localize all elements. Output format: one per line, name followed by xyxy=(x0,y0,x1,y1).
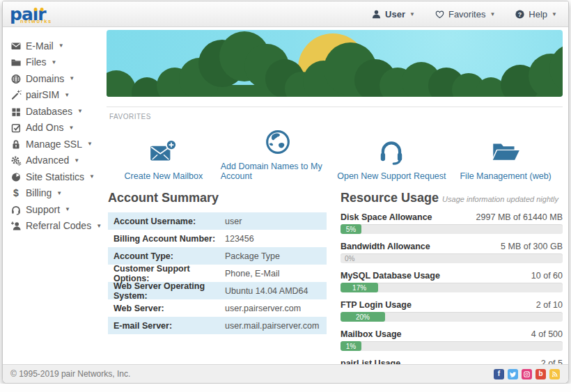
progress-fill: 0% xyxy=(341,253,563,263)
shortcut-create-new-mailbox[interactable]: Create New Mailbox xyxy=(107,129,221,181)
sidebar-item-label: Site Statistics xyxy=(26,171,84,182)
chevron-down-icon: ▼ xyxy=(89,173,95,180)
sidebar-item-referral-codes[interactable]: Referral Codes▼ xyxy=(10,218,104,235)
progress-track: 20% xyxy=(341,312,563,322)
chevron-down-icon: ▼ xyxy=(69,75,75,81)
instagram-icon[interactable] xyxy=(522,369,532,379)
heart-icon xyxy=(435,9,445,19)
sidebar-item-label: pairSIM xyxy=(26,89,59,100)
shortcut-file-management[interactable]: File Management (web) xyxy=(448,129,563,181)
favorites-menu[interactable]: Favorites ▼ xyxy=(435,9,495,19)
shortcut-add-domain-names[interactable]: Add Domain Names to My Account xyxy=(221,129,335,181)
sidebar-item-label: Domains xyxy=(26,73,64,84)
help-menu[interactable]: ? Help ▼ xyxy=(515,9,557,19)
lock-icon xyxy=(10,139,22,150)
sidebar-item-billing[interactable]: $ Billing▼ xyxy=(10,185,104,202)
shortcut-label: Open New Support Request xyxy=(337,171,446,181)
row-value: Ubuntu 14.04 AMD64 xyxy=(225,286,308,296)
meter-value: 5 MB of 300 GB xyxy=(501,242,563,251)
twitter-icon[interactable] xyxy=(508,369,518,379)
progress-fill: 20% xyxy=(341,312,385,322)
row-value: Phone, E-Mail xyxy=(225,269,280,279)
user-menu[interactable]: User ▼ xyxy=(371,9,415,19)
chevron-down-icon: ▼ xyxy=(56,190,62,196)
pair-networks-logo[interactable]: paır networks xyxy=(10,8,52,24)
progress-fill: 5% xyxy=(341,224,361,234)
row-label: Billing Account Number: xyxy=(108,234,225,244)
grid-icon xyxy=(10,106,22,117)
sidebar-item-email[interactable]: E-Mail▼ xyxy=(10,38,104,54)
person-plus-icon xyxy=(10,220,22,231)
chevron-down-icon: ▼ xyxy=(490,11,495,17)
social-links: f b xyxy=(494,369,560,379)
shortcut-label: File Management (web) xyxy=(460,171,551,181)
globe-icon xyxy=(10,73,22,84)
meter-bandwidth: Bandwidth Allowance5 MB of 300 GB 0% xyxy=(341,242,563,263)
favorites-shortcuts: Create New Mailbox Add Domain Names to M… xyxy=(107,129,563,181)
resource-usage-subtitle: Usage information updated nightly xyxy=(442,195,558,203)
shortcut-label: Add Domain Names to My Account xyxy=(221,162,335,181)
resource-usage-title: Resource UsageUsage information updated … xyxy=(341,191,563,205)
sidebar-item-support[interactable]: Support▼ xyxy=(10,201,104,218)
footer: © 1995-2019 pair Networks, Inc. f b xyxy=(3,364,568,383)
table-row: Customer Support Options: Phone, E-Mail xyxy=(108,265,327,282)
meter-ftp: FTP Login Usage2 of 10 20% xyxy=(341,300,563,322)
sidebar-item-site-statistics[interactable]: Site Statistics▼ xyxy=(10,168,104,185)
progress-fill: 17% xyxy=(341,283,378,292)
sidebar-item-label: Support xyxy=(26,204,60,215)
meter-value: 2997 MB of 61440 MB xyxy=(476,212,563,222)
account-summary-table: Account Username: user Billing Account N… xyxy=(108,212,327,334)
meter-disk-space: Disk Space Allowance2997 MB of 61440 MB … xyxy=(341,212,563,234)
sidebar-item-manage-ssl[interactable]: Manage SSL▼ xyxy=(10,136,104,152)
sidebar-item-label: E-Mail xyxy=(26,40,54,52)
top-header: paır networks User ▼ Favorites ▼ ? Help … xyxy=(3,1,568,27)
facebook-icon[interactable]: f xyxy=(494,369,504,379)
meter-label: Disk Space Allowance xyxy=(341,212,432,222)
sidebar-item-label: Billing xyxy=(26,187,52,198)
blog-icon[interactable]: b xyxy=(535,369,546,379)
logo-dot-i xyxy=(33,8,37,11)
meter-label: FTP Login Usage xyxy=(341,300,412,310)
help-icon: ? xyxy=(515,9,525,19)
sidebar-nav: E-Mail▼ Files▼ Domains▼ pairSIM▼ Databas… xyxy=(3,27,104,364)
table-row: Account Username: user xyxy=(108,212,327,230)
row-value: 123456 xyxy=(225,234,254,244)
svg-text:?: ? xyxy=(518,10,522,17)
resource-usage-section: Resource UsageUsage information updated … xyxy=(341,189,563,364)
section-divider xyxy=(107,107,563,107)
help-menu-label: Help xyxy=(529,9,547,19)
banner-illustration xyxy=(107,30,563,97)
meter-mysql: MySQL Database Usage10 of 60 17% xyxy=(341,271,563,292)
pie-chart-icon xyxy=(10,171,22,182)
chevron-down-icon: ▼ xyxy=(64,92,70,98)
headset-icon xyxy=(10,204,22,215)
progress-track: 5% xyxy=(341,224,563,234)
chevron-down-icon: ▼ xyxy=(77,108,83,114)
sidebar-item-label: Add Ons xyxy=(26,122,63,133)
copyright-text: © 1995-2019 pair Networks, Inc. xyxy=(10,369,130,379)
shortcut-label: Create New Mailbox xyxy=(125,171,203,181)
user-menu-label: User xyxy=(385,9,405,19)
chevron-down-icon: ▼ xyxy=(52,59,57,65)
row-label: Web Server Operating System: xyxy=(108,281,225,301)
main-content: FAVORITES Create New Mailbox xyxy=(104,27,568,364)
meter-value: 2 of 10 xyxy=(536,300,563,310)
globe-icon xyxy=(265,129,291,155)
sidebar-item-pairsim[interactable]: pairSIM▼ xyxy=(10,87,104,104)
meter-label: Bandwidth Allowance xyxy=(341,242,430,251)
sidebar-item-addons[interactable]: Add Ons▼ xyxy=(10,120,104,136)
svg-text:$: $ xyxy=(13,187,19,198)
sidebar-item-domains[interactable]: Domains▼ xyxy=(10,70,104,87)
chevron-down-icon: ▼ xyxy=(87,141,93,147)
progress-fill: 1% xyxy=(341,341,361,351)
row-value: user xyxy=(225,217,242,226)
sidebar-item-advanced[interactable]: Advanced▼ xyxy=(10,152,104,169)
row-label: Web Server: xyxy=(108,304,225,313)
sidebar-item-databases[interactable]: Databases▼ xyxy=(10,103,104,120)
meter-value: 10 of 60 xyxy=(531,271,563,281)
chevron-down-icon: ▼ xyxy=(65,206,70,212)
rss-icon[interactable] xyxy=(549,369,560,379)
sidebar-item-files[interactable]: Files▼ xyxy=(10,54,104,71)
shortcut-open-support-request[interactable]: Open New Support Request xyxy=(335,129,449,181)
meter-label: MySQL Database Usage xyxy=(341,271,440,281)
